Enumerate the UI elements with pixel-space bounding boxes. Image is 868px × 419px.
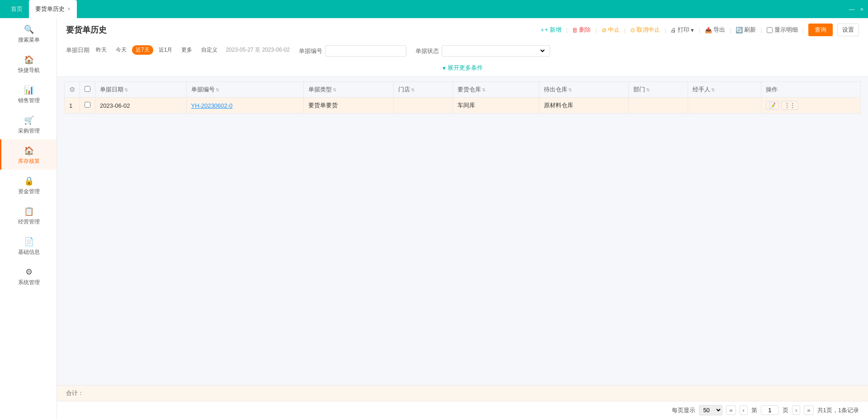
sidebar-item-inventory[interactable]: 🏠 库存核算	[0, 139, 57, 170]
sidebar-item-label: 采购管理	[18, 127, 40, 135]
toolbar: ＋ + 新增 | 🗑 删除 | ⊘ 中止 | ⊙	[539, 24, 859, 36]
sidebar-item-purchase-mgmt[interactable]: 🛒 采购管理	[0, 109, 57, 139]
col-store: 门店⇅	[393, 82, 453, 98]
column-settings-icon[interactable]: ⚙	[69, 86, 75, 93]
sales-icon: 📊	[24, 85, 34, 95]
window-close-btn[interactable]: ×	[860, 6, 863, 13]
cell-index: 1	[65, 98, 80, 114]
sort-icon[interactable]: ⇅	[124, 87, 128, 92]
export-button[interactable]: 📤 导出	[705, 26, 725, 34]
col-req-warehouse: 要货仓库⇅	[453, 82, 539, 98]
sort-icon[interactable]: ⇅	[646, 87, 650, 92]
date-btn-yesterday[interactable]: 昨天	[92, 45, 110, 55]
home-icon: 🏠	[24, 55, 34, 65]
sidebar: 🔍 搜索菜单 🏠 快捷导航 📊 销售管理 🛒 采购管理 🏠 库存核算 🔒 资金管…	[0, 18, 57, 419]
sort-icon[interactable]: ⇅	[568, 87, 572, 92]
window-minimize-btn[interactable]: —	[849, 6, 854, 13]
first-page-button[interactable]: «	[726, 405, 736, 415]
new-button[interactable]: ＋ + 新增	[539, 26, 561, 34]
sort-icon[interactable]: ⇅	[482, 87, 486, 92]
date-btn-today[interactable]: 今天	[112, 45, 130, 55]
cancel-stop-button[interactable]: ⊙ 取消中止	[630, 26, 660, 34]
bill-no-link[interactable]: YH-20230602-0	[191, 102, 233, 109]
delete-button[interactable]: 🗑 删除	[572, 26, 591, 34]
select-all-checkbox[interactable]	[85, 86, 90, 92]
col-pending-warehouse: 待出仓库⇅	[539, 82, 629, 98]
search-icon: 🔍	[24, 24, 34, 34]
print-button[interactable]: 🖨 打印 ▾	[670, 26, 694, 34]
summary-row: 合计：	[57, 385, 868, 401]
last-page-button[interactable]: »	[804, 405, 813, 415]
ops-icon: 📋	[24, 206, 34, 216]
sidebar-item-label: 资金管理	[18, 188, 40, 195]
sidebar-item-sales-mgmt[interactable]: 📊 销售管理	[0, 79, 57, 109]
basic-icon: 📄	[24, 237, 34, 247]
sidebar-item-ops-mgmt[interactable]: 📋 经营管理	[0, 200, 57, 230]
top-bar-right: — ×	[849, 6, 863, 13]
query-button[interactable]: 查询	[808, 24, 833, 36]
sidebar-item-label: 快捷导航	[18, 67, 40, 74]
sort-icon[interactable]: ⇅	[411, 87, 415, 92]
cell-handler	[688, 98, 761, 114]
per-page-label: 每页显示	[672, 406, 695, 414]
sidebar-item-finance-mgmt[interactable]: 🔒 资金管理	[0, 170, 57, 200]
status-filter-select[interactable]	[446, 47, 546, 55]
close-tab-icon[interactable]: ×	[67, 6, 71, 12]
date-btn-custom[interactable]: 自定义	[198, 45, 221, 55]
refresh-icon: 🔄	[736, 27, 743, 33]
col-billdate: 单据日期⇅	[95, 82, 187, 98]
filter-expand-row: ▾ 展开更多条件	[66, 60, 859, 76]
chevron-down-icon: ▾	[443, 65, 446, 71]
sidebar-item-label: 销售管理	[18, 97, 40, 105]
col-department: 部门⇅	[629, 82, 688, 98]
purchase-icon: 🛒	[24, 115, 34, 125]
date-btn-more[interactable]: 更多	[178, 45, 196, 55]
cell-action: 📝 ⋮⋮	[761, 98, 860, 114]
row-checkbox[interactable]	[85, 102, 90, 108]
stop-button[interactable]: ⊘ 中止	[602, 26, 620, 34]
delete-icon: 🗑	[572, 27, 578, 33]
sidebar-item-label: 搜索菜单	[18, 36, 40, 44]
print-icon: 🖨	[670, 27, 676, 33]
home-tab[interactable]: 首页	[5, 0, 29, 18]
sidebar-item-label: 基础信息	[18, 248, 40, 256]
sort-icon[interactable]: ⇅	[711, 87, 715, 92]
row-delete-button[interactable]: ⋮⋮	[781, 101, 798, 110]
date-btn-7days[interactable]: 近7天	[132, 45, 153, 55]
sort-icon[interactable]: ⇅	[216, 87, 219, 92]
cell-checkbox	[80, 98, 95, 114]
sort-icon[interactable]: ⇅	[333, 87, 336, 92]
sidebar-item-basic-info[interactable]: 📄 基础信息	[0, 230, 57, 261]
col-action: 操作	[761, 82, 860, 98]
page-number-input[interactable]	[761, 405, 779, 415]
expand-more-button[interactable]: ▾ 展开更多条件	[443, 62, 483, 74]
cell-billtype: 要货单要货	[304, 98, 393, 114]
cell-pending-warehouse: 原材料仓库	[539, 98, 629, 114]
setting-button[interactable]: 设置	[837, 24, 859, 36]
date-btn-1month[interactable]: 近1月	[155, 45, 176, 55]
top-bar: 首页 要货单历史 × — ×	[0, 0, 868, 18]
row-edit-button[interactable]: 📝	[766, 101, 779, 110]
active-tab[interactable]: 要货单历史 ×	[29, 0, 77, 18]
data-table: ⚙ 单据日期⇅ 单据编号⇅ 单据类型⇅	[64, 81, 861, 114]
next-page-button[interactable]: ›	[792, 405, 800, 415]
inventory-icon: 🏠	[24, 146, 34, 156]
main-layout: 🔍 搜索菜单 🏠 快捷导航 📊 销售管理 🛒 采购管理 🏠 库存核算 🔒 资金管…	[0, 18, 868, 419]
sidebar-item-system-mgmt[interactable]: ⚙ 系统管理	[0, 261, 57, 291]
sidebar-item-quick-nav[interactable]: 🏠 快捷导航	[0, 48, 57, 79]
sidebar-item-label: 系统管理	[18, 279, 40, 286]
display-detail-checkbox[interactable]	[767, 27, 773, 33]
cancel-stop-icon: ⊙	[630, 27, 635, 33]
sidebar-item-search-menu[interactable]: 🔍 搜索菜单	[0, 18, 57, 48]
cell-store	[393, 98, 453, 114]
refresh-button[interactable]: 🔄 刷新	[736, 26, 756, 34]
print-dropdown-icon: ▾	[691, 27, 694, 33]
per-page-select[interactable]: 50 100	[699, 405, 722, 415]
date-buttons: 昨天 今天 近7天 近1月 更多 自定义	[92, 45, 221, 55]
table-wrapper: ⚙ 单据日期⇅ 单据编号⇅ 单据类型⇅	[57, 77, 868, 385]
prev-page-button[interactable]: ‹	[740, 405, 748, 415]
page-header: 要货单历史 ＋ + 新增 | 🗑 删除 | ⊘ 中止	[57, 18, 868, 77]
display-detail-button[interactable]: 显示明细	[767, 26, 798, 34]
content-area: 要货单历史 ＋ + 新增 | 🗑 删除 | ⊘ 中止	[57, 18, 868, 419]
billno-filter-input[interactable]	[325, 45, 406, 57]
